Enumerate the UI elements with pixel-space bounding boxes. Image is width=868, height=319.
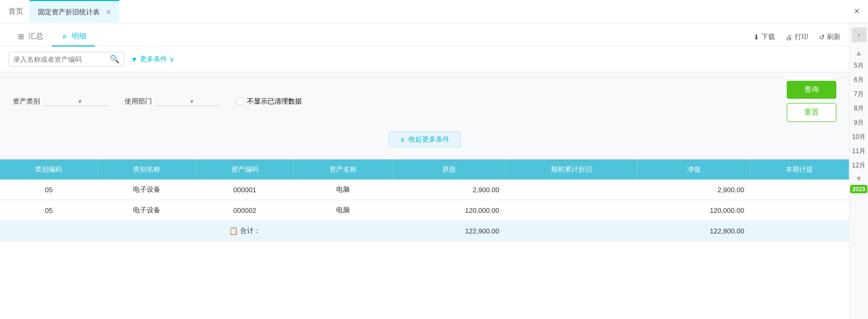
month-7[interactable]: 7月 (851, 88, 867, 101)
month-12[interactable]: 12月 (851, 159, 867, 172)
asset-category-select[interactable]: ▼ (44, 97, 108, 106)
total-current-dep (750, 221, 848, 241)
search-input-wrap[interactable]: 🔍 (8, 52, 125, 67)
btn-area: 查询 重置 (787, 81, 836, 122)
cell-current-dep-2 (750, 200, 848, 221)
total-label-cell: 📋 合计： (98, 221, 392, 241)
col-category-code: 类别编码 (0, 160, 98, 180)
chevron-down-icon: ∨ (169, 55, 175, 63)
data-table: 类别编码 类别名称 资产编码 资产名称 原值 期初累计折旧 净值 本期计提 05… (0, 160, 849, 241)
asset-category-label: 资产类别 (13, 97, 40, 106)
total-label-text: 合计： (240, 226, 261, 236)
tab-detail[interactable]: ≡ 明细 (52, 27, 95, 46)
collapse-button[interactable]: ∧ 收起更多条件 (389, 132, 461, 147)
cell-accumulated-1 (505, 180, 637, 200)
cell-category-code-1: 05 (0, 180, 98, 200)
col-asset-code: 资产编码 (196, 160, 294, 180)
tab-close-button[interactable]: × (106, 8, 111, 16)
cell-category-code-2: 05 (0, 200, 98, 221)
cell-asset-name-2: 电脑 (294, 200, 392, 221)
total-icon: 📋 (229, 227, 238, 235)
filter-icon: ▼ (131, 55, 138, 63)
print-label: 打印 (795, 32, 808, 42)
left-panel: ⊞ 汇总 ≡ 明细 ⬇ 下载 🖨 打印 ↺ 刷新 (0, 23, 849, 319)
scroll-down-button[interactable]: ▼ (852, 173, 866, 184)
cell-accumulated-2 (505, 200, 637, 221)
search-icon[interactable]: 🔍 (110, 54, 120, 64)
hide-cleaned-checkbox[interactable] (236, 98, 244, 105)
month-6[interactable]: 6月 (851, 73, 867, 87)
usage-dept-select[interactable]: ▼ (156, 97, 220, 106)
total-accumulated (505, 221, 637, 241)
tab-summary-label: 汇总 (28, 32, 43, 41)
top-nav: 首页 固定资产折旧统计表 × × (0, 0, 868, 23)
cell-asset-code-2: 000002 (196, 200, 294, 221)
total-original-value: 122,900.00 (392, 221, 505, 241)
filter-row-1: 资产类别 ▼ 使用部门 ▼ 不显示已清理数据 (13, 81, 836, 122)
refresh-label: 刷新 (827, 32, 841, 42)
total-icon-cell (0, 221, 98, 241)
month-5[interactable]: 5月 (851, 59, 867, 72)
month-10[interactable]: 10月 (851, 130, 867, 144)
collapse-row: ∧ 收起更多条件 (13, 128, 836, 151)
search-input[interactable] (13, 55, 107, 63)
refresh-button[interactable]: ↺ 刷新 (819, 32, 841, 42)
usage-dept-filter: 使用部门 ▼ (125, 97, 220, 106)
cell-category-name-2: 电子设备 (98, 200, 196, 221)
table-row: 05 电子设备 000002 电脑 120,000.00 120,000.00 (0, 200, 849, 221)
table-body: 05 电子设备 000001 电脑 2,900.00 2,900.00 05 电… (0, 180, 849, 241)
hide-cleaned-label: 不显示已清理数据 (247, 97, 302, 106)
cell-original-value-2: 120,000.00 (392, 200, 505, 221)
col-asset-name: 资产名称 (294, 160, 392, 180)
cell-current-dep-1 (750, 180, 848, 200)
col-current-depreciation: 本期计提 (750, 160, 848, 180)
month-11[interactable]: 11月 (851, 145, 867, 158)
col-category-name: 类别名称 (98, 160, 196, 180)
col-accumulated-depreciation: 期初累计折旧 (505, 160, 637, 180)
col-net-value: 净值 (637, 160, 750, 180)
month-8[interactable]: 8月 (851, 102, 867, 115)
more-filter-button[interactable]: ▼ 更多条件 ∨ (131, 54, 175, 64)
month-9[interactable]: 9月 (851, 116, 867, 129)
cell-asset-name-1: 电脑 (294, 180, 392, 200)
query-button[interactable]: 查询 (787, 81, 836, 99)
table-wrap: 类别编码 类别名称 资产编码 资产名称 原值 期初累计折旧 净值 本期计提 05… (0, 160, 849, 319)
tab-label: 固定资产折旧统计表 (38, 7, 100, 17)
home-link[interactable]: 首页 (8, 7, 30, 16)
total-row: 📋 合计： 122,900.00 122,900.00 (0, 221, 849, 241)
download-button[interactable]: ⬇ 下载 (753, 32, 775, 42)
collapse-icon: ∧ (400, 136, 405, 144)
asset-category-filter: 资产类别 ▼ (13, 97, 108, 106)
search-bar: 🔍 ▼ 更多条件 ∨ (0, 46, 849, 72)
usage-dept-label: 使用部门 (125, 97, 152, 106)
cell-original-value-1: 2,900.00 (392, 180, 505, 200)
toolbar-right: ⬇ 下载 🖨 打印 ↺ 刷新 (753, 32, 841, 46)
print-button[interactable]: 🖨 打印 (786, 32, 808, 42)
sidebar-expand-button[interactable]: › (852, 27, 866, 42)
total-net-value: 122,900.00 (637, 221, 750, 241)
cell-net-value-2: 120,000.00 (637, 200, 750, 221)
cell-asset-code-1: 000001 (196, 180, 294, 200)
cell-category-name-1: 电子设备 (98, 180, 196, 200)
main-content: ⊞ 汇总 ≡ 明细 ⬇ 下载 🖨 打印 ↺ 刷新 (0, 23, 868, 319)
reset-button[interactable]: 重置 (787, 103, 836, 122)
active-tab[interactable]: 固定资产折旧统计表 × (30, 0, 119, 23)
year-badge: 2023 (850, 185, 867, 193)
more-filter-label: 更多条件 (140, 54, 167, 64)
collapse-label: 收起更多条件 (408, 135, 450, 144)
asset-category-arrow-icon: ▼ (77, 98, 106, 105)
filter-area: 资产类别 ▼ 使用部门 ▼ 不显示已清理数据 (0, 72, 849, 160)
detail-icon: ≡ (60, 32, 69, 41)
scroll-up-button[interactable]: ▲ (852, 48, 866, 58)
refresh-icon: ↺ (819, 33, 825, 41)
download-label: 下载 (761, 32, 775, 42)
right-sidebar: › ▲ 5月 6月 7月 8月 9月 10月 11月 12月 ▼ 2023 (849, 23, 868, 319)
print-icon: 🖨 (786, 33, 793, 41)
tab-summary[interactable]: ⊞ 汇总 (8, 27, 52, 46)
sub-tabs-bar: ⊞ 汇总 ≡ 明细 ⬇ 下载 🖨 打印 ↺ 刷新 (0, 23, 849, 46)
window-close-button[interactable]: × (854, 6, 860, 17)
hide-cleaned-checkbox-wrap[interactable]: 不显示已清理数据 (236, 97, 302, 106)
table-row: 05 电子设备 000001 电脑 2,900.00 2,900.00 (0, 180, 849, 200)
summary-icon: ⊞ (17, 32, 25, 41)
usage-dept-arrow-icon: ▼ (189, 98, 217, 105)
